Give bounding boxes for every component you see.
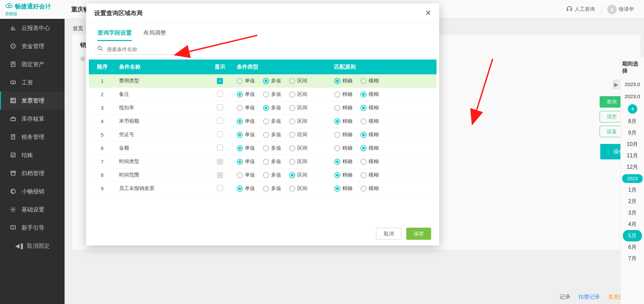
radio-dot-icon (263, 132, 269, 138)
radio-single[interactable]: 单值 (237, 158, 255, 165)
radio-label: 单值 (245, 131, 255, 138)
radio-exact[interactable]: 精确 (334, 91, 352, 98)
cell-type: 单值多值区间 (233, 91, 331, 98)
radio-range[interactable]: 区间 (289, 78, 307, 84)
radio-dot-icon (334, 91, 340, 98)
radio-single[interactable]: 单值 (237, 118, 255, 124)
checkbox-icon[interactable] (217, 185, 223, 191)
radio-fuzzy[interactable]: 模糊 (361, 158, 379, 165)
radio-range[interactable]: 区间 (289, 131, 307, 138)
col-name: 条件名称 (116, 64, 206, 71)
cell-match: 精确模糊 (331, 118, 437, 124)
checkbox-icon[interactable] (217, 131, 223, 137)
radio-label: 多值 (271, 185, 281, 192)
radio-range[interactable]: 区间 (289, 185, 307, 192)
radio-fuzzy[interactable]: 模糊 (361, 78, 379, 84)
radio-exact[interactable]: 精确 (334, 118, 352, 124)
radio-range[interactable]: 区间 (289, 105, 307, 111)
radio-dot-icon (289, 132, 295, 138)
cancel-button[interactable]: 取消 (376, 228, 402, 240)
radio-multi[interactable]: 多值 (263, 145, 281, 151)
radio-label: 多值 (271, 118, 281, 124)
radio-label: 精确 (342, 78, 352, 84)
radio-fuzzy[interactable]: 模糊 (361, 185, 379, 192)
radio-dot-icon (237, 172, 243, 178)
radio-single[interactable]: 单值 (237, 172, 255, 178)
radio-dot-icon (289, 118, 295, 124)
radio-single[interactable]: 单值 (237, 185, 255, 192)
modal-close-icon[interactable]: ✕ (425, 9, 431, 17)
radio-label: 模糊 (369, 145, 379, 151)
radio-dot-icon (361, 78, 367, 84)
search-icon (97, 45, 104, 53)
checkbox-locked-icon: ✓ (217, 159, 223, 165)
radio-multi[interactable]: 多值 (263, 185, 281, 192)
radio-fuzzy[interactable]: 模糊 (361, 118, 379, 124)
radio-label: 单值 (245, 145, 255, 151)
radio-multi[interactable]: 多值 (263, 172, 281, 178)
radio-range[interactable]: 区间 (289, 172, 307, 178)
radio-range[interactable]: 区间 (289, 91, 307, 98)
radio-dot-icon (361, 159, 367, 165)
radio-label: 单值 (245, 78, 255, 84)
checkbox-icon[interactable] (217, 91, 223, 97)
radio-range[interactable]: 区间 (289, 158, 307, 165)
radio-single[interactable]: 单值 (237, 105, 255, 111)
radio-fuzzy[interactable]: 模糊 (361, 131, 379, 138)
radio-label: 单值 (245, 185, 255, 192)
checkbox-icon[interactable] (217, 145, 223, 151)
cell-type: 单值多值区间 (233, 145, 331, 151)
radio-fuzzy[interactable]: 模糊 (361, 105, 379, 111)
cell-seq: 6 (89, 145, 116, 151)
radio-dot-icon (361, 91, 367, 98)
radio-exact[interactable]: 精确 (334, 185, 352, 192)
radio-exact[interactable]: 精确 (334, 105, 352, 111)
radio-single[interactable]: 单值 (237, 78, 255, 84)
radio-label: 精确 (342, 91, 352, 98)
radio-label: 多值 (271, 172, 281, 178)
radio-dot-icon (361, 145, 367, 151)
cell-seq: 2 (89, 91, 116, 97)
save-button[interactable]: 保存 (406, 228, 431, 240)
radio-exact[interactable]: 精确 (334, 172, 352, 178)
radio-multi[interactable]: 多值 (263, 158, 281, 165)
radio-label: 区间 (297, 185, 307, 192)
checkbox-icon[interactable]: ✓ (217, 78, 223, 84)
cell-name: 费用类型 (116, 78, 206, 84)
modal-tab-fields[interactable]: 查询字段设置 (98, 29, 132, 41)
radio-dot-icon (237, 186, 243, 192)
radio-multi[interactable]: 多值 (263, 91, 281, 98)
radio-multi[interactable]: 多值 (263, 131, 281, 138)
checkbox-icon[interactable] (217, 104, 223, 110)
radio-fuzzy[interactable]: 模糊 (361, 172, 379, 178)
radio-dot-icon (263, 172, 269, 178)
radio-label: 模糊 (369, 172, 379, 178)
cell-seq: 9 (89, 186, 116, 191)
cell-seq: 8 (89, 172, 116, 178)
radio-label: 模糊 (369, 131, 379, 138)
modal-tab-layout[interactable]: 布局调整 (143, 29, 166, 41)
radio-fuzzy[interactable]: 模糊 (361, 145, 379, 151)
radio-exact[interactable]: 精确 (334, 78, 352, 84)
radio-multi[interactable]: 多值 (263, 118, 281, 124)
radio-dot-icon (334, 145, 340, 151)
checkbox-icon[interactable] (217, 118, 223, 124)
radio-dot-icon (334, 78, 340, 84)
radio-exact[interactable]: 精确 (334, 131, 352, 138)
radio-dot-icon (237, 159, 243, 165)
radio-fuzzy[interactable]: 模糊 (361, 91, 379, 98)
radio-range[interactable]: 区间 (289, 118, 307, 124)
radio-multi[interactable]: 多值 (263, 105, 281, 111)
radio-exact[interactable]: 精确 (334, 158, 352, 165)
cell-type: 单值多值区间 (233, 105, 331, 111)
radio-exact[interactable]: 精确 (334, 145, 352, 151)
radio-multi[interactable]: 多值 (263, 78, 281, 84)
cell-display: ✓ (206, 172, 233, 178)
modal-search[interactable] (96, 44, 177, 55)
radio-single[interactable]: 单值 (237, 91, 255, 98)
radio-single[interactable]: 单值 (237, 131, 255, 138)
radio-range[interactable]: 区间 (289, 145, 307, 151)
cell-display (206, 104, 233, 111)
radio-single[interactable]: 单值 (237, 145, 255, 151)
modal-search-input[interactable] (107, 46, 174, 52)
